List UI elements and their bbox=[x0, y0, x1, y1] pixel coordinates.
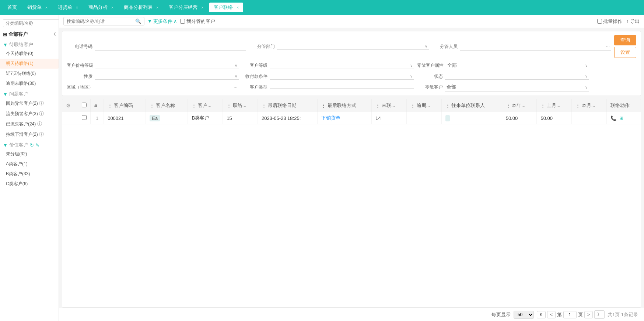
export-btn[interactable]: ↑ 导出 bbox=[627, 18, 640, 25]
batch-op-btn[interactable]: 批量操作 bbox=[597, 18, 622, 25]
row-last-method[interactable]: 下销货单 bbox=[318, 112, 372, 124]
filter-dept: 分管部门 ∨ bbox=[249, 43, 428, 50]
filter-manager-select[interactable]: ··· bbox=[460, 43, 611, 51]
filter-retail-customer: 零散客户 全部 ∨ bbox=[417, 83, 589, 92]
col-this-month-header[interactable]: ⋮ 本月... bbox=[572, 99, 607, 112]
nav-purchase-close[interactable]: × bbox=[76, 5, 78, 10]
filter-customer-level-select[interactable]: ∨ bbox=[270, 62, 414, 69]
col-last-date-header[interactable]: ⋮ 最后联络日期 bbox=[258, 99, 318, 112]
row-action-phone[interactable]: 📞 bbox=[610, 115, 616, 121]
row-select-checkbox[interactable] bbox=[82, 115, 87, 120]
col-type-header[interactable]: ⋮ 客户... bbox=[188, 99, 223, 112]
filter-price-level-select[interactable]: ∨ bbox=[95, 62, 239, 69]
filter-phone-input[interactable] bbox=[95, 43, 246, 51]
sidebar-class-b[interactable]: B类客户(33) bbox=[0, 169, 59, 179]
filter-panel: 电话号码 分管部门 ∨ 分管人员 ··· bbox=[62, 31, 641, 96]
sidebar-all-customers-icon: ⊞ bbox=[3, 32, 7, 37]
nav-customer-contact-close[interactable]: × bbox=[237, 5, 239, 10]
filter-payment-select[interactable]: ∨ bbox=[270, 73, 414, 80]
toolbar-filter-btn[interactable]: ▼ 更多条件 ∧ bbox=[147, 18, 177, 25]
nav-home[interactable]: 首页 bbox=[3, 3, 21, 12]
sidebar-search-input[interactable] bbox=[3, 19, 59, 27]
sidebar-collapse-icon[interactable]: 《 bbox=[52, 32, 56, 37]
filter-query-btn[interactable]: 查询 bbox=[614, 35, 636, 45]
nav-customer-contact[interactable]: 客户联络 × bbox=[209, 3, 243, 12]
nav-customer-stratify-close[interactable]: × bbox=[201, 5, 203, 10]
col-this-year-header[interactable]: ⋮ 本年... bbox=[502, 99, 537, 112]
filter-manager-dots[interactable]: ··· bbox=[606, 44, 610, 49]
row-last-method-link[interactable]: 下销货单 bbox=[321, 115, 340, 121]
page-label: 第 bbox=[557, 311, 562, 318]
sidebar-repurchase-abnormal[interactable]: 回购异常客户(2) ⓘ bbox=[0, 98, 59, 108]
toolbar-search-icon[interactable]: 🔍 bbox=[135, 18, 141, 24]
row-action-menu[interactable]: ⊞ bbox=[619, 115, 623, 121]
sidebar-tomorrow-contact[interactable]: 明天待联络(1) bbox=[0, 59, 59, 69]
filter-region-dots[interactable]: ··· bbox=[234, 84, 237, 90]
per-page-select[interactable]: 50 100 200 bbox=[514, 311, 534, 319]
sidebar-value-refresh[interactable]: ↻ bbox=[30, 142, 34, 148]
filter-status-select[interactable]: ∨ bbox=[445, 73, 589, 80]
nav-product-list-close[interactable]: × bbox=[156, 5, 158, 10]
page-input[interactable] bbox=[563, 311, 577, 318]
pagination-footer: 每页显示 50 100 200 K < 第 页 > 》 共1页 1条记录 bbox=[59, 308, 644, 321]
filter-customer-type-label: 客户类型 bbox=[242, 84, 267, 90]
sidebar-churned[interactable]: 已流失客户(24) ⓘ bbox=[0, 119, 59, 129]
toolbar-search-box[interactable]: 🔍 bbox=[63, 17, 144, 25]
nav-product-analysis[interactable]: 商品分析 × bbox=[84, 3, 118, 12]
page-prev-btn[interactable]: < bbox=[547, 311, 556, 318]
filter-payment-chev: ∨ bbox=[410, 74, 413, 78]
nav-purchase[interactable]: 进货单 × bbox=[53, 3, 83, 12]
nav-sales[interactable]: 销货单 × bbox=[23, 3, 52, 12]
batch-op-check[interactable] bbox=[597, 19, 602, 24]
filter-status: 状态 ∨ bbox=[417, 73, 589, 80]
page-next-btn[interactable]: > bbox=[584, 311, 593, 318]
sidebar-churn-warning[interactable]: 流失预警客户(3) ⓘ bbox=[0, 108, 59, 119]
nav-product-list[interactable]: 商品分析列表 × bbox=[119, 3, 163, 12]
col-last-month-header[interactable]: ⋮ 上月... bbox=[537, 99, 572, 112]
my-customers-check[interactable] bbox=[180, 19, 185, 24]
filter-reset-btn[interactable]: 设置 bbox=[614, 47, 636, 58]
sidebar-search-area: 🔍 bbox=[0, 18, 59, 29]
info-icon-4: ⓘ bbox=[39, 131, 44, 137]
sidebar-value-arrow: ▼ bbox=[3, 142, 8, 148]
page-first-btn[interactable]: K bbox=[537, 311, 546, 318]
sidebar-all-customers[interactable]: ⊞ 全部客户 《 bbox=[0, 29, 59, 39]
col-overdue-header[interactable]: ⋮ 逾期... bbox=[407, 99, 442, 112]
sidebar-7day-contact[interactable]: 近7天待联络(0) bbox=[0, 69, 59, 79]
nav-product-analysis-close[interactable]: × bbox=[111, 5, 113, 10]
col-no-contact-header[interactable]: ⋮ 未联... bbox=[372, 99, 407, 112]
my-customers-checkbox[interactable]: 我分管的客户 bbox=[180, 18, 215, 25]
total-info: 共1页 1条记录 bbox=[608, 311, 638, 318]
page-last-btn[interactable]: 》 bbox=[594, 310, 605, 319]
filter-region-select[interactable]: ··· bbox=[95, 83, 239, 91]
col-last-method-header[interactable]: ⋮ 最后联络方式 bbox=[318, 99, 372, 112]
col-name-header[interactable]: ⋮ 客户名称 bbox=[146, 99, 188, 112]
nav-sales-close[interactable]: × bbox=[45, 5, 48, 10]
table-select-all-checkbox[interactable] bbox=[82, 103, 87, 107]
filter-retail-customer-select[interactable]: 全部 ∨ bbox=[445, 83, 589, 92]
filter-retail-attr-select[interactable]: 全部 ∨ bbox=[446, 61, 589, 70]
filter-retail-attr: 零散客户属性 全部 ∨ bbox=[417, 61, 589, 70]
col-checkbox-header[interactable] bbox=[78, 99, 91, 112]
col-settings-header[interactable]: ⚙ bbox=[62, 99, 78, 112]
sidebar-ungrouped[interactable]: 未分组(32) bbox=[0, 149, 59, 159]
col-contact-person-header[interactable]: ⋮ 往来单位联系人 bbox=[441, 99, 502, 112]
sidebar-value-edit[interactable]: ✎ bbox=[35, 142, 39, 148]
sidebar-class-c[interactable]: C类客户(6) bbox=[0, 179, 59, 189]
table-settings-icon[interactable]: ⚙ bbox=[66, 103, 71, 108]
info-icon-1: ⓘ bbox=[39, 100, 44, 106]
sidebar-today-contact[interactable]: 今天待联络(0) bbox=[0, 49, 59, 59]
row-checkbox[interactable] bbox=[78, 112, 91, 124]
filter-customer-type-select[interactable] bbox=[270, 86, 414, 89]
sidebar-overdue-contact[interactable]: 逾期未联络(30) bbox=[0, 79, 59, 89]
sidebar-declining[interactable]: 持续下滑客户(2) ⓘ bbox=[0, 129, 59, 139]
col-contact-header[interactable]: ⋮ 联络... bbox=[223, 99, 258, 112]
nav-customer-stratify[interactable]: 客户分层经营 × bbox=[164, 3, 208, 12]
filter-phone: 电话号码 bbox=[67, 43, 246, 51]
filter-dept-select[interactable]: ∨ bbox=[277, 43, 428, 50]
col-code-header[interactable]: ⋮ 客户编码 bbox=[104, 99, 146, 112]
sidebar-class-a[interactable]: A类客户(1) bbox=[0, 159, 59, 169]
toolbar-search-input[interactable] bbox=[67, 19, 134, 24]
filter-gender-select[interactable]: ∨ bbox=[95, 73, 239, 80]
filter-status-chev: ∨ bbox=[585, 74, 588, 78]
